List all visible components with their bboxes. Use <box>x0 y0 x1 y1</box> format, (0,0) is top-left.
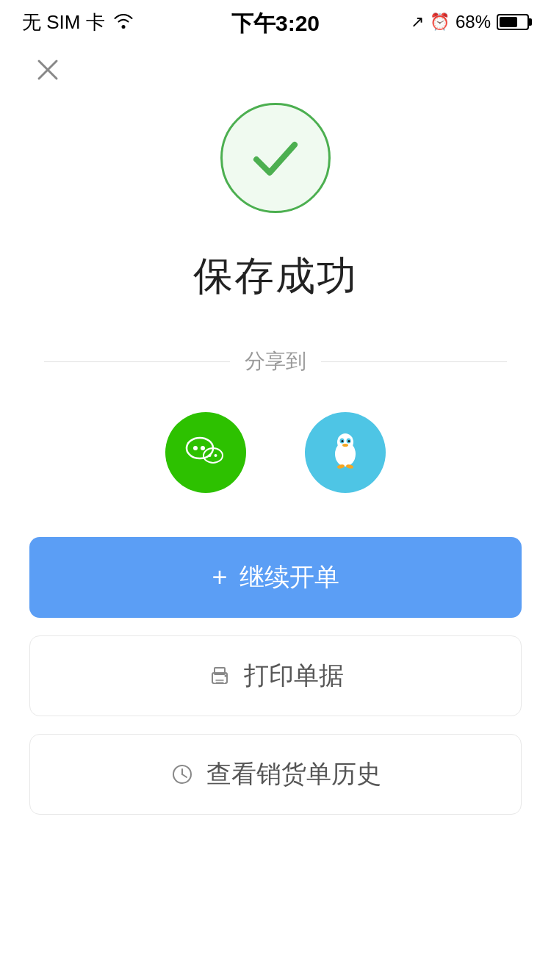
status-time: 下午3:20 <box>231 9 320 39</box>
status-left: 无 SIM 卡 <box>22 10 134 35</box>
main-content: 保存成功 分享到 <box>0 44 551 815</box>
success-title: 保存成功 <box>193 250 358 303</box>
print-button[interactable]: 打印单据 <box>29 635 522 716</box>
share-section: 分享到 <box>0 347 551 493</box>
svg-line-25 <box>182 774 187 777</box>
print-label: 打印单据 <box>244 659 344 693</box>
svg-point-22 <box>225 675 227 677</box>
svg-point-9 <box>337 433 353 451</box>
svg-point-14 <box>342 444 348 447</box>
svg-point-4 <box>201 446 205 450</box>
wechat-share-button[interactable] <box>165 412 246 493</box>
checkmark-icon <box>246 129 305 187</box>
alarm-icon: ⏰ <box>430 12 450 32</box>
close-button[interactable] <box>29 51 66 88</box>
svg-point-6 <box>209 454 212 457</box>
divider-left <box>44 361 230 362</box>
share-divider: 分享到 <box>0 347 551 375</box>
continue-label: 继续开单 <box>240 561 339 594</box>
wechat-icon <box>181 428 231 478</box>
qq-icon <box>320 428 370 478</box>
qq-share-button[interactable] <box>305 412 386 493</box>
plus-icon: + <box>212 562 227 593</box>
wifi-icon <box>112 11 134 34</box>
share-icons <box>165 412 386 493</box>
svg-point-7 <box>215 454 217 457</box>
clock-icon <box>170 762 195 787</box>
continue-button[interactable]: + 继续开单 <box>29 537 522 618</box>
svg-point-13 <box>348 440 350 442</box>
status-right: ↗ ⏰ 68% <box>411 12 529 32</box>
print-icon <box>207 663 232 688</box>
battery-icon <box>497 14 529 30</box>
svg-point-12 <box>342 440 344 442</box>
action-buttons: + 继续开单 打印单据 <box>0 537 551 815</box>
status-bar: 无 SIM 卡 下午3:20 ↗ ⏰ 68% <box>0 0 551 44</box>
battery-percent: 68% <box>455 12 491 32</box>
battery-fill <box>500 17 517 27</box>
divider-right <box>321 361 507 362</box>
svg-point-3 <box>193 446 198 450</box>
success-circle <box>220 103 331 213</box>
share-label: 分享到 <box>230 347 321 375</box>
location-icon: ↗ <box>411 12 424 32</box>
carrier-text: 无 SIM 卡 <box>22 10 105 35</box>
history-label: 查看销货单历史 <box>206 757 381 791</box>
history-button[interactable]: 查看销货单历史 <box>29 734 522 815</box>
